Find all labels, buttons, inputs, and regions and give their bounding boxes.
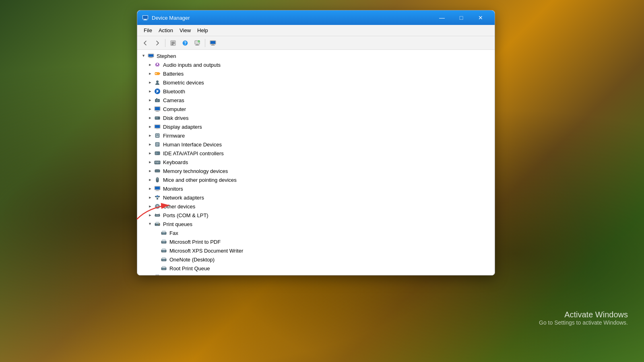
tree-item-network[interactable]: ► Network adapters bbox=[137, 193, 495, 202]
toolbar-separator-2 bbox=[205, 39, 205, 47]
tree-item-memory[interactable]: ► Memory technology devices bbox=[137, 167, 495, 175]
toolbar-btn-properties[interactable] bbox=[167, 38, 179, 48]
svg-rect-97 bbox=[162, 231, 165, 232]
minimize-button[interactable]: — bbox=[433, 11, 451, 24]
tree-item-display[interactable]: ► Display adapters bbox=[137, 122, 495, 131]
chevron-network: ► bbox=[147, 194, 153, 201]
tree-item-fax[interactable]: ► Fax bbox=[137, 228, 495, 237]
tree-item-rootpq[interactable]: ► Root Print Queue bbox=[137, 264, 495, 273]
svg-rect-113 bbox=[156, 275, 156, 275]
svg-rect-62 bbox=[155, 162, 156, 163]
svg-rect-63 bbox=[157, 162, 159, 163]
svg-rect-27 bbox=[159, 73, 160, 74]
tree-label-monitors: Monitors bbox=[163, 186, 183, 192]
svg-rect-28 bbox=[155, 73, 157, 74]
tree-item-audio[interactable]: ► Audio inputs and outputs bbox=[137, 60, 495, 69]
close-button[interactable]: ✕ bbox=[471, 11, 490, 24]
tree-item-ms-xps[interactable]: ► Microsoft XPS Document Writer bbox=[137, 246, 495, 255]
svg-rect-16 bbox=[211, 41, 215, 44]
tree-view[interactable]: ► Stephen ► Audio inputs and outputs ► bbox=[137, 50, 495, 275]
menu-action[interactable]: Action bbox=[155, 26, 176, 35]
chevron-ports: ► bbox=[147, 212, 153, 218]
tree-item-batteries[interactable]: ► Batteries bbox=[137, 69, 495, 78]
tree-item-ports[interactable]: ► Ports (COM & LPT) bbox=[137, 211, 495, 220]
svg-rect-104 bbox=[163, 251, 165, 252]
tree-item-mice[interactable]: ► Mice and other pointing devices bbox=[137, 175, 495, 184]
tree-label-computer: Computer bbox=[163, 106, 186, 112]
tree-item-disk[interactable]: ► Disk drives bbox=[137, 113, 495, 122]
back-button[interactable] bbox=[140, 38, 151, 48]
tree-item-processors[interactable]: ► Processors bbox=[137, 273, 495, 275]
svg-rect-52 bbox=[156, 145, 158, 146]
menu-file[interactable]: File bbox=[140, 26, 155, 35]
tree-label-onenote: OneNote (Desktop) bbox=[169, 257, 215, 263]
svg-rect-36 bbox=[155, 107, 160, 110]
window-title: Device Manager bbox=[152, 15, 190, 21]
tree-item-root[interactable]: ► Stephen bbox=[137, 51, 495, 60]
svg-rect-100 bbox=[162, 240, 165, 241]
chevron-mice: ► bbox=[147, 177, 153, 183]
svg-rect-77 bbox=[157, 198, 158, 200]
icon-ms-xps bbox=[160, 247, 168, 255]
chevron-ide: ► bbox=[147, 150, 153, 156]
icon-stephen bbox=[147, 52, 155, 60]
window-icon bbox=[142, 14, 149, 21]
svg-point-87 bbox=[156, 215, 157, 216]
icon-memory bbox=[153, 167, 161, 175]
svg-rect-43 bbox=[155, 125, 160, 128]
menu-help[interactable]: Help bbox=[194, 26, 211, 35]
tree-item-onenote[interactable]: ► OneNote (Desktop) bbox=[137, 255, 495, 264]
svg-rect-25 bbox=[157, 67, 159, 68]
chevron-firmware: ► bbox=[147, 132, 153, 139]
tree-item-keyboards[interactable]: ► Keyboards bbox=[137, 158, 495, 167]
icon-ports bbox=[153, 211, 161, 219]
tree-item-ide[interactable]: ► IDE ATA/ATAPI controllers bbox=[137, 149, 495, 158]
svg-rect-67 bbox=[157, 169, 157, 170]
tree-item-hid[interactable]: ► Human Interface Devices bbox=[137, 140, 495, 149]
chevron-memory: ► bbox=[147, 168, 153, 174]
menu-view[interactable]: View bbox=[176, 26, 194, 35]
tree-item-biometric[interactable]: ► Biometric devices bbox=[137, 78, 495, 87]
chevron-other: ► bbox=[147, 203, 153, 210]
tree-item-other[interactable]: ► ? Other devices bbox=[137, 202, 495, 211]
icon-cameras bbox=[153, 96, 161, 104]
svg-rect-91 bbox=[159, 214, 159, 214]
svg-rect-59 bbox=[157, 162, 157, 162]
tree-item-cameras[interactable]: ► Cameras bbox=[137, 96, 495, 105]
tree-item-monitors[interactable]: ► Monitors bbox=[137, 184, 495, 193]
svg-rect-56 bbox=[155, 154, 157, 154]
tree-label-ms-xps: Microsoft XPS Document Writer bbox=[169, 248, 243, 254]
tree-item-firmware[interactable]: ► Firmware bbox=[137, 131, 495, 140]
svg-rect-17 bbox=[212, 45, 214, 45]
icon-bluetooth bbox=[153, 87, 161, 95]
toolbar-btn-computer[interactable] bbox=[207, 38, 219, 48]
tree-item-computer[interactable]: ► Computer bbox=[137, 105, 495, 113]
svg-line-82 bbox=[156, 197, 157, 198]
icon-computer bbox=[153, 105, 161, 113]
tree-item-printq[interactable]: ► Print queues bbox=[137, 220, 495, 228]
icon-rootpq bbox=[160, 264, 168, 272]
chevron-batteries: ► bbox=[147, 70, 153, 77]
toolbar-btn-scan[interactable]: + bbox=[192, 38, 203, 48]
title-controls: — □ ✕ bbox=[433, 11, 490, 24]
tree-label-hid: Human Interface Devices bbox=[163, 142, 222, 148]
svg-rect-6 bbox=[171, 43, 175, 44]
icon-monitors bbox=[153, 185, 161, 193]
tree-label-printq: Print queues bbox=[163, 221, 192, 227]
chevron-audio: ► bbox=[147, 62, 153, 68]
forward-button[interactable] bbox=[152, 38, 163, 48]
svg-rect-50 bbox=[156, 143, 159, 144]
tree-label-ms-pdf: Microsoft Print to PDF bbox=[169, 239, 221, 245]
chevron-processors: ► bbox=[147, 274, 153, 275]
icon-fax bbox=[160, 229, 168, 237]
chevron-disk: ► bbox=[147, 115, 153, 121]
toolbar-btn-help[interactable]: ? bbox=[180, 38, 191, 48]
device-manager-window: Device Manager — □ ✕ File Action View He… bbox=[137, 10, 495, 276]
tree-item-ms-pdf[interactable]: ► Microsoft Print to PDF bbox=[137, 237, 495, 246]
chevron-printq: ► bbox=[147, 221, 153, 227]
maximize-button[interactable]: □ bbox=[452, 11, 471, 24]
svg-rect-44 bbox=[156, 129, 159, 129]
tree-label-other: Other devices bbox=[163, 204, 195, 210]
tree-item-bluetooth[interactable]: ► Bluetooth bbox=[137, 87, 495, 96]
tree-label-batteries: Batteries bbox=[163, 71, 184, 77]
